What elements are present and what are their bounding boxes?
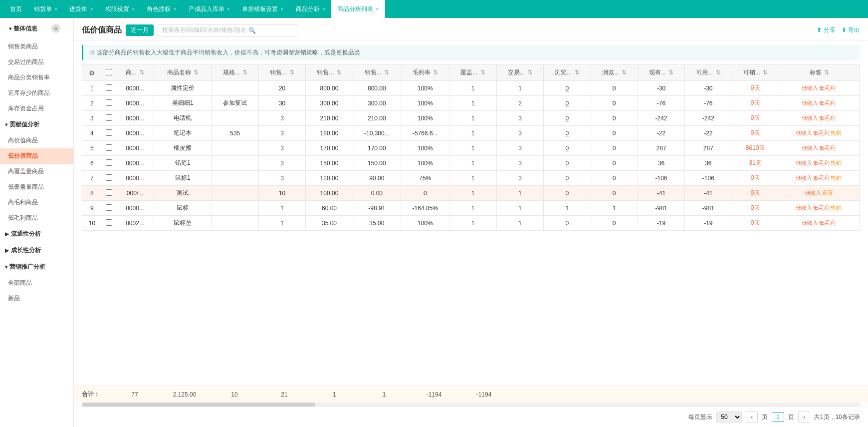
sidebar-group-overview[interactable]: ▾ 整体信息 bbox=[4, 20, 42, 37]
sidebar-item-low-margin[interactable]: 低毛利商品 bbox=[0, 210, 73, 226]
browse-link[interactable]: 0 bbox=[565, 175, 569, 182]
close-icon[interactable]: × bbox=[280, 6, 283, 12]
cell-browse1[interactable]: 0 bbox=[544, 186, 591, 201]
row-checkbox[interactable] bbox=[106, 144, 112, 151]
cell-checkbox[interactable] bbox=[102, 156, 116, 171]
row-checkbox[interactable] bbox=[106, 219, 112, 226]
cell-checkbox[interactable] bbox=[102, 111, 116, 126]
close-icon[interactable]: × bbox=[173, 6, 176, 12]
select-all-checkbox[interactable] bbox=[106, 69, 112, 75]
nav-roles[interactable]: 角色授权 × bbox=[141, 0, 182, 18]
per-page-select[interactable]: 50 100 bbox=[716, 412, 742, 423]
col-sales-amount[interactable]: 销售... ⇅ bbox=[353, 65, 401, 81]
col-available[interactable]: 可用... ⇅ bbox=[685, 65, 732, 81]
nav-template[interactable]: 单据模板设置 × bbox=[236, 0, 289, 18]
share-btn[interactable]: ⬆ 分享 bbox=[817, 26, 835, 34]
browse-link[interactable]: 0 bbox=[565, 145, 569, 152]
cell-browse1[interactable]: 0 bbox=[544, 96, 591, 111]
next-page-btn[interactable]: › bbox=[798, 411, 810, 423]
nav-purchase[interactable]: 进货单 × bbox=[63, 0, 99, 18]
close-icon[interactable]: × bbox=[132, 6, 135, 12]
sidebar-item-stock-capital[interactable]: 库存资金占用 bbox=[0, 101, 73, 116]
cell-browse1[interactable]: 1 bbox=[544, 201, 591, 216]
col-tags[interactable]: 标签 ⇅ bbox=[779, 65, 860, 81]
close-icon[interactable]: × bbox=[322, 6, 325, 12]
cell-browse1[interactable]: 0 bbox=[544, 171, 591, 186]
row-checkbox[interactable] bbox=[106, 114, 112, 121]
gear-icon[interactable]: ⚙ bbox=[89, 69, 95, 77]
sidebar-item-all-goods[interactable]: 全部商品 bbox=[0, 275, 73, 291]
nav-finished-goods[interactable]: 产成品入库单 × bbox=[183, 0, 236, 18]
col-browse1[interactable]: 浏览... ⇅ bbox=[544, 65, 591, 81]
nav-sales[interactable]: 销货单 × bbox=[28, 0, 63, 18]
cell-checkbox[interactable] bbox=[102, 141, 116, 156]
sidebar-item-low-value[interactable]: 低价值商品 bbox=[0, 148, 73, 164]
sidebar-item-low-stock[interactable]: 近库存少的商品 bbox=[0, 85, 73, 101]
cell-browse1[interactable]: 0 bbox=[544, 126, 591, 141]
cell-browse1[interactable]: 0 bbox=[544, 141, 591, 156]
cell-checkbox[interactable] bbox=[102, 126, 116, 141]
row-checkbox[interactable] bbox=[106, 204, 112, 211]
row-checkbox[interactable] bbox=[106, 174, 112, 181]
cell-browse1[interactable]: 0 bbox=[544, 156, 591, 171]
close-icon[interactable]: × bbox=[227, 6, 230, 12]
sidebar-item-high-margin[interactable]: 高毛利商品 bbox=[0, 195, 73, 210]
browse-link[interactable]: 0 bbox=[565, 130, 569, 137]
cell-browse1[interactable]: 0 bbox=[544, 81, 591, 96]
search-icon[interactable]: 🔍 bbox=[248, 27, 256, 34]
nav-analysis-list[interactable]: 商品分析列表 × bbox=[331, 0, 385, 18]
sidebar-item-sales-goods[interactable]: 销售类商品 bbox=[0, 39, 73, 54]
close-icon[interactable]: × bbox=[54, 6, 57, 12]
sidebar-collapse-btn[interactable]: « bbox=[51, 24, 60, 33]
browse-link[interactable]: 0 bbox=[565, 190, 569, 197]
row-checkbox[interactable] bbox=[106, 99, 112, 106]
sidebar-item-category-rate[interactable]: 商品分类销售率 bbox=[0, 70, 73, 85]
col-coverage[interactable]: 覆盖... ⇅ bbox=[449, 65, 496, 81]
sidebar-group-marketing[interactable]: ▾ 营销推广分析 bbox=[0, 259, 73, 275]
col-current-stock[interactable]: 现有... ⇅ bbox=[638, 65, 684, 81]
close-icon[interactable]: × bbox=[90, 6, 93, 12]
cell-checkbox[interactable] bbox=[102, 186, 116, 201]
cell-browse1[interactable]: 0 bbox=[544, 111, 591, 126]
col-gross-margin[interactable]: 毛利率 ⇅ bbox=[401, 65, 449, 81]
cell-checkbox[interactable] bbox=[102, 81, 116, 96]
sidebar-item-new-goods[interactable]: 新品 bbox=[0, 291, 73, 306]
cell-checkbox[interactable] bbox=[102, 96, 116, 111]
nav-analysis[interactable]: 商品分析 × bbox=[290, 0, 331, 18]
col-name[interactable]: 商品名称 ⇅ bbox=[154, 65, 212, 81]
browse-link[interactable]: 0 bbox=[565, 85, 569, 92]
col-browse2[interactable]: 浏览... ⇅ bbox=[591, 65, 638, 81]
row-checkbox[interactable] bbox=[106, 159, 112, 166]
sidebar-item-high-coverage[interactable]: 高覆盖量商品 bbox=[0, 164, 73, 179]
sidebar-item-low-coverage[interactable]: 低覆盖量商品 bbox=[0, 179, 73, 195]
browse-link[interactable]: 0 bbox=[565, 220, 569, 227]
col-sales-qty[interactable]: 销售... ⇅ bbox=[258, 65, 305, 81]
sidebar-item-traded-goods[interactable]: 交易过的商品 bbox=[0, 54, 73, 70]
col-gear[interactable]: ⚙ bbox=[82, 65, 102, 81]
row-checkbox[interactable] bbox=[106, 129, 112, 136]
sidebar-group-contribution[interactable]: ▾ 贡献值分析 bbox=[0, 116, 73, 133]
col-sales-price[interactable]: 销售... ⇅ bbox=[306, 65, 353, 81]
browse-link[interactable]: 0 bbox=[565, 100, 569, 107]
browse-link[interactable]: 1 bbox=[565, 205, 569, 212]
row-checkbox[interactable] bbox=[106, 84, 112, 91]
col-code[interactable]: 商... ⇅ bbox=[116, 65, 154, 81]
horizontal-scrollbar[interactable] bbox=[82, 403, 315, 407]
col-sellable[interactable]: 可销... ⇅ bbox=[732, 65, 779, 81]
nav-home[interactable]: 首页 bbox=[4, 0, 28, 18]
cell-checkbox[interactable] bbox=[102, 201, 116, 216]
cell-checkbox[interactable] bbox=[102, 216, 116, 231]
cell-checkbox[interactable] bbox=[102, 171, 116, 186]
filter-period-btn[interactable]: 近一月 bbox=[126, 24, 154, 36]
col-spec[interactable]: 规格... ⇅ bbox=[212, 65, 258, 81]
browse-link[interactable]: 0 bbox=[565, 160, 569, 167]
prev-page-btn[interactable]: ‹ bbox=[746, 411, 758, 423]
close-icon[interactable]: × bbox=[376, 6, 379, 12]
sidebar-group-circulation[interactable]: ▶ 流通性分析 bbox=[0, 226, 73, 242]
sidebar-item-high-value[interactable]: 高价值商品 bbox=[0, 133, 73, 148]
row-checkbox[interactable] bbox=[106, 189, 112, 196]
nav-permissions[interactable]: 权限设置 × bbox=[99, 0, 141, 18]
col-trade[interactable]: 交易... ⇅ bbox=[496, 65, 543, 81]
export-btn[interactable]: ⬇ 导出 bbox=[842, 26, 860, 34]
current-page[interactable]: 1 bbox=[772, 412, 784, 422]
